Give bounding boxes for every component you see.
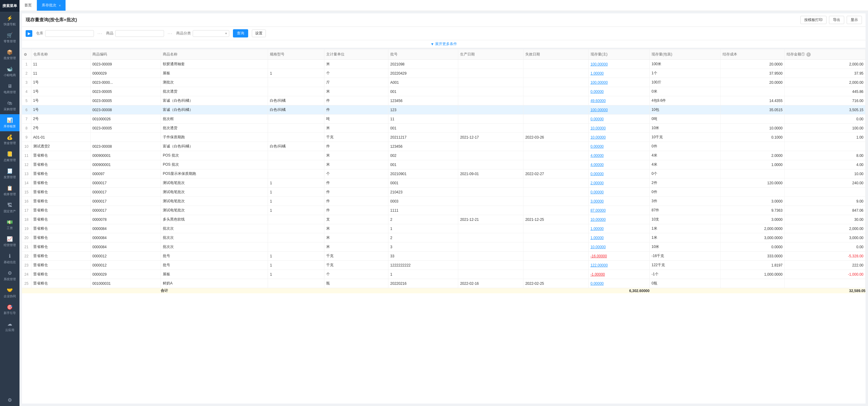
row-qty-main[interactable]: 4.00000 (588, 160, 649, 169)
sidebar-item-sys[interactable]: ⚙ 系统管理 (0, 267, 20, 284)
sidebar-item-quick-nav[interactable]: ⚡ 快捷导航 (0, 12, 20, 29)
settings-button[interactable]: 设置 (252, 30, 266, 37)
sidebar-item-retail[interactable]: 🛒 零售管理 (0, 29, 20, 46)
sidebar-item-basic[interactable]: ℹ 基础信息 (0, 250, 20, 267)
row-code: 0000017 (90, 178, 161, 188)
active-tab[interactable]: 库存批次 × (37, 0, 66, 11)
sidebar-settings[interactable]: ⚙ (0, 394, 20, 406)
query-button[interactable]: 查询 (233, 29, 248, 37)
sidebar-item-label: 小鲸电商 (4, 73, 16, 77)
table-row: 1 11 0023-00009 软胶通用袖套 米 2021098 100.000… (22, 60, 866, 69)
sidebar-item-cloud[interactable]: ☁ 云应用 (0, 318, 20, 335)
row-qty-main[interactable]: 0.00000 (588, 279, 649, 288)
row-total-cost: 8.00 (784, 151, 865, 160)
row-qty-main[interactable]: 4.00000 (588, 151, 649, 160)
export-button[interactable]: 导出 (829, 16, 844, 24)
sidebar-item-payroll[interactable]: 💵 工资 (0, 216, 20, 233)
close-tab-button[interactable]: × (59, 4, 61, 7)
row-name: 富诚（白色/闷橘） (161, 142, 268, 151)
row-total-cost: 37.95 (784, 69, 865, 78)
sidebar-item-general[interactable]: 📒 总账管理 (0, 148, 20, 165)
row-qty-main[interactable]: 0.00000 (588, 114, 649, 124)
row-qty-main[interactable]: -1.00000 (588, 270, 649, 279)
basic-icon: ℹ (9, 253, 11, 260)
row-batch: 123456 (389, 96, 458, 105)
purchase-icon: 🛍 (7, 100, 12, 107)
row-warehouse: 晋省粮仓 (31, 178, 90, 188)
sidebar-item-asset[interactable]: 💰 资金管理 (0, 131, 20, 148)
row-qty-main[interactable]: 1.00000 (588, 224, 649, 233)
sidebar-item-label: 固定资产 (4, 209, 16, 213)
row-seq: 22 (22, 251, 31, 261)
row-qty-main[interactable]: 100.00000 (588, 60, 649, 69)
row-qty-main[interactable]: 122.00000 (588, 261, 649, 270)
row-spec: 1 (268, 261, 324, 270)
row-unit-cost: 37.9500 (720, 69, 784, 78)
row-prod-date (458, 197, 524, 206)
row-qty-main[interactable]: 100.00000 (588, 78, 649, 87)
mini-ecom-icon: 🐋 (7, 66, 13, 72)
row-qty-main[interactable]: 10.00000 (588, 215, 649, 224)
row-qty-main[interactable]: 49.60000 (588, 96, 649, 105)
sidebar-item-wholesale[interactable]: 📦 批发管理 (0, 46, 20, 63)
row-qty-main[interactable]: 100.00000 (588, 105, 649, 114)
row-total-cost: 847.06 (784, 206, 865, 215)
sidebar-item-guide[interactable]: 🎯 新手引导 (0, 301, 20, 318)
row-batch: 2 (389, 215, 458, 224)
table-container[interactable]: ⚙ 仓库名称 商品编码 商品名称 规格型号 主计量单位 批号 生产日期 失效日期… (22, 49, 866, 404)
sidebar-item-mini-ecom[interactable]: 🐋 小鲸电商 (0, 63, 20, 80)
row-qty-main[interactable]: 1.00000 (588, 69, 649, 78)
row-seq: 14 (22, 178, 31, 188)
row-prod-date: 2022-02-16 (458, 279, 524, 288)
print-button[interactable]: 按模板打印 (800, 16, 827, 24)
table-row: 2 11 0000029 展板 1 个 20220429 1.00000 1个 … (22, 69, 866, 78)
row-qty-other: 0米 (649, 87, 720, 96)
row-unit-cost (720, 87, 784, 96)
sidebar-item-fixed-asset[interactable]: 🏗 固定资产 (0, 199, 20, 216)
row-seq: 12 (22, 160, 31, 169)
table-row: 21 晋省粮仓 0000084 批次次 米 3 10.00000 10米 0.0… (22, 242, 866, 251)
row-qty-main[interactable]: -16.00000 (588, 251, 649, 261)
category-select[interactable] (193, 30, 229, 37)
row-qty-main[interactable]: 0.00000 (588, 169, 649, 178)
row-qty-main[interactable]: 10.00000 (588, 124, 649, 133)
sidebar-logo[interactable]: 搜索菜单 (0, 0, 20, 12)
row-warehouse: 晋省粮仓 (31, 233, 90, 242)
sidebar-item-tax[interactable]: 📋 税务管理 (0, 182, 20, 199)
sidebar-item-purchase[interactable]: 🛍 采购管理 (0, 97, 20, 114)
expand-conditions-button[interactable]: ▼ 展开更多条件 (431, 41, 457, 46)
row-qty-main[interactable]: 2.00000 (588, 178, 649, 188)
row-qty-main[interactable]: 87.00000 (588, 206, 649, 215)
row-qty-main[interactable]: 10.00000 (588, 133, 649, 142)
row-code: 0000017 (90, 188, 161, 197)
row-qty-main[interactable]: 0.00000 (588, 188, 649, 197)
sidebar-item-ops[interactable]: 📈 经营管理 (0, 233, 20, 250)
sidebar-item-inventory[interactable]: 📊 库存核算 (0, 114, 20, 131)
sidebar-item-invoice[interactable]: 🧾 发票管理 (0, 165, 20, 182)
row-qty-main[interactable]: 0.00000 (588, 87, 649, 96)
row-qty-main[interactable]: 0.00000 (588, 142, 649, 151)
row-name: 批次透货 (161, 87, 268, 96)
table-row: 4 1号 0023-00005 批次透货 米 001 0.00000 0米 44… (22, 87, 866, 96)
row-batch: 20210901 (389, 169, 458, 178)
product-input[interactable] (115, 30, 164, 37)
total-cost-info-icon[interactable]: ① (806, 53, 811, 57)
warehouse-input[interactable] (45, 30, 94, 37)
row-code: 0000017 (90, 206, 161, 215)
toggle-button[interactable]: 显示 (847, 16, 862, 24)
home-tab[interactable]: 首页 (20, 0, 37, 11)
row-qty-main[interactable]: 10.00000 (588, 242, 649, 251)
col-unit: 主计量单位 (324, 49, 389, 60)
row-qty-main[interactable]: 3.00000 (588, 197, 649, 206)
sidebar-item-ecom[interactable]: 🖥 电商管理 (0, 80, 20, 97)
row-seq: 5 (22, 96, 31, 105)
table-row: 8 2号 0023-00005 批次透货 米 001 10.00000 10米 … (22, 124, 866, 133)
filter-collapse-button[interactable]: ▶ (26, 30, 32, 37)
expand-label: 展开更多条件 (435, 41, 457, 46)
row-exp-date (523, 96, 588, 105)
sidebar-item-collab[interactable]: 🤝 企业协同 (0, 284, 20, 301)
row-seq: 8 (22, 124, 31, 133)
table-row: 20 晋省粮仓 0000084 批次次 米 2 1.00000 1米 3,000… (22, 233, 866, 242)
row-qty-main[interactable]: 1.00000 (588, 233, 649, 242)
table-row: 9 A01-01 子件保质期跑 千克 20211217 2021-12-17 2… (22, 133, 866, 142)
